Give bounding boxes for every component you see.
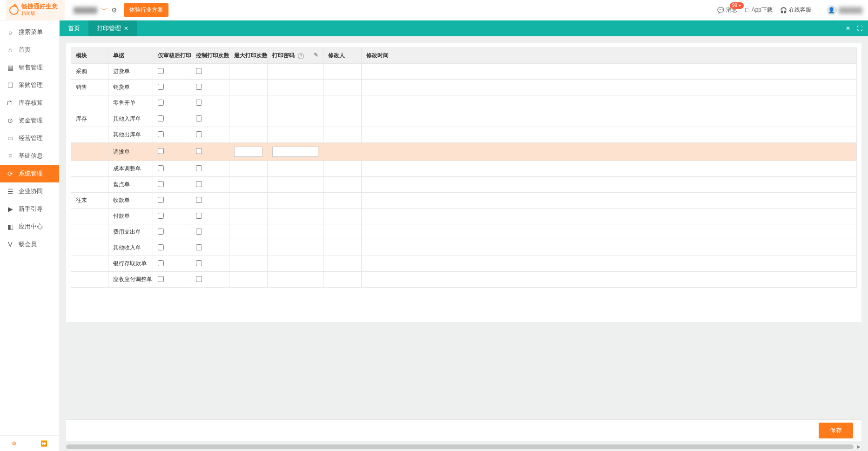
fullscreen-icon[interactable]: ⛶ (857, 25, 862, 32)
cell-modify-time (362, 256, 857, 272)
horizontal-scrollbar[interactable]: ▶ (66, 444, 861, 449)
gear-icon[interactable]: ⚙ (111, 7, 117, 14)
control-count-checkbox[interactable] (196, 148, 202, 154)
tab-close-all-icon[interactable]: ✕ (846, 25, 850, 32)
control-count-checkbox[interactable] (196, 197, 202, 203)
audit-only-checkbox[interactable] (158, 115, 164, 121)
online-service-label: 在线客服 (789, 6, 811, 14)
tab-close-icon[interactable]: ✕ (124, 25, 128, 32)
th-password: 打印密码 ? ✎ (268, 48, 323, 64)
audit-only-checkbox[interactable] (158, 244, 164, 250)
app-download-link[interactable]: ☐ App下载 (745, 6, 773, 14)
cell-modify-time (362, 177, 857, 193)
sidebar-item-资金管理[interactable]: ⊙资金管理 (0, 112, 59, 129)
cell-modifier (323, 111, 362, 127)
sidebar-item-采购管理[interactable]: ☐采购管理 (0, 76, 59, 94)
audit-only-checkbox[interactable] (158, 68, 164, 74)
sidebar-item-应用中心[interactable]: ◧应用中心 (0, 218, 59, 236)
message-badge: 99 + (730, 2, 744, 9)
online-service-link[interactable]: 🎧 在线客服 (780, 6, 811, 14)
table-header-row: 模块 单据 仅审核后打印 控制打印次数 最大打印次数 打印密码 ? ✎ 修改人 (71, 48, 857, 64)
cell-doc: 其他出库单 (108, 127, 153, 143)
collapse-icon[interactable]: ⏩ (40, 440, 47, 447)
sidebar-item-label: 库存核算 (19, 99, 43, 107)
save-button[interactable]: 保存 (819, 423, 853, 438)
tab-首页[interactable]: 首页 (60, 20, 88, 36)
control-count-checkbox[interactable] (196, 181, 202, 187)
control-count-checkbox[interactable] (196, 115, 202, 121)
audit-only-checkbox[interactable] (158, 260, 164, 266)
message-link[interactable]: 💬 消息 99 + (717, 6, 737, 14)
cell-module (71, 95, 108, 111)
tab-打印管理[interactable]: 打印管理✕ (88, 20, 137, 36)
sidebar-item-基础信息[interactable]: ≡基础信息 (0, 147, 59, 165)
control-count-checkbox[interactable] (196, 165, 202, 171)
cell-modifier (323, 143, 362, 161)
logo[interactable]: 畅捷通好生意 精简版 (6, 0, 65, 20)
sidebar-item-畅会员[interactable]: V畅会员 (0, 236, 59, 253)
sidebar-item-企业协同[interactable]: ☰企业协同 (0, 182, 59, 200)
sidebar-item-销售管理[interactable]: ▤销售管理 (0, 59, 59, 76)
audit-only-checkbox[interactable] (158, 165, 164, 171)
table-row: 盘点单 (71, 177, 857, 193)
cell-modifier (323, 272, 362, 288)
cell-modifier (323, 209, 362, 224)
audit-only-checkbox[interactable] (158, 148, 164, 154)
experience-industry-button[interactable]: 体验行业方案 (124, 3, 168, 17)
chat-icon: 💬 (717, 7, 724, 13)
sidebar-item-首页[interactable]: ⌂首页 (0, 41, 59, 59)
scrollbar-arrow-right[interactable]: ▶ (857, 444, 862, 450)
control-count-checkbox[interactable] (196, 68, 202, 74)
cell-password (268, 80, 323, 95)
max-print-input[interactable] (234, 147, 262, 157)
sidebar-item-经营管理[interactable]: ▭经营管理 (0, 129, 59, 147)
cell-audit-only (153, 224, 191, 240)
control-count-checkbox[interactable] (196, 131, 202, 137)
cell-control-count (191, 224, 229, 240)
settings-icon[interactable]: ⚙ (12, 440, 17, 447)
user-menu[interactable]: 👤 ██████ (827, 5, 862, 15)
sidebar-item-label: 资金管理 (19, 116, 43, 125)
audit-only-checkbox[interactable] (158, 131, 164, 137)
cell-control-count (191, 193, 229, 209)
org-selector[interactable]: ██████ ﹀ ⚙ (74, 6, 117, 14)
control-count-checkbox[interactable] (196, 244, 202, 250)
sidebar-icon: ▤ (7, 64, 14, 71)
sidebar-item-新手引导[interactable]: ▶新手引导 (0, 200, 59, 218)
cell-doc: 其他入库单 (108, 111, 153, 127)
audit-only-checkbox[interactable] (158, 100, 164, 106)
cell-password (268, 161, 323, 177)
sidebar-item-搜索菜单[interactable]: ⌕搜索菜单 (0, 23, 59, 41)
tab-label: 打印管理 (97, 24, 121, 33)
audit-only-checkbox[interactable] (158, 276, 164, 282)
control-count-checkbox[interactable] (196, 229, 202, 235)
audit-only-checkbox[interactable] (158, 213, 164, 219)
table-row: 其他收入单 (71, 240, 857, 256)
cell-module (71, 127, 108, 143)
edit-icon[interactable]: ✎ (314, 52, 318, 58)
sidebar-item-系统管理[interactable]: ⟳系统管理 (0, 165, 59, 182)
sidebar-item-库存核算[interactable]: ⛫库存核算 (0, 94, 59, 112)
control-count-checkbox[interactable] (196, 276, 202, 282)
cell-modifier (323, 256, 362, 272)
table-row: 调拔单 (71, 143, 857, 161)
cell-password (268, 272, 323, 288)
sidebar-icon: ▶ (7, 205, 14, 213)
cell-password (268, 111, 323, 127)
scrollbar-thumb[interactable] (66, 444, 854, 449)
sidebar-footer: ⚙ ⏩ (0, 435, 59, 451)
help-icon[interactable]: ? (298, 53, 304, 59)
cell-doc: 销货单 (108, 80, 153, 95)
audit-only-checkbox[interactable] (158, 229, 164, 235)
audit-only-checkbox[interactable] (158, 84, 164, 90)
cell-doc: 付款单 (108, 209, 153, 224)
print-password-input[interactable] (272, 147, 318, 157)
control-count-checkbox[interactable] (196, 100, 202, 106)
header-right: 💬 消息 99 + ☐ App下载 🎧 在线客服 👤 ██████ (717, 5, 862, 15)
audit-only-checkbox[interactable] (158, 181, 164, 187)
control-count-checkbox[interactable] (196, 260, 202, 266)
table-row: 往来收款单 (71, 193, 857, 209)
control-count-checkbox[interactable] (196, 84, 202, 90)
control-count-checkbox[interactable] (196, 213, 202, 219)
audit-only-checkbox[interactable] (158, 197, 164, 203)
